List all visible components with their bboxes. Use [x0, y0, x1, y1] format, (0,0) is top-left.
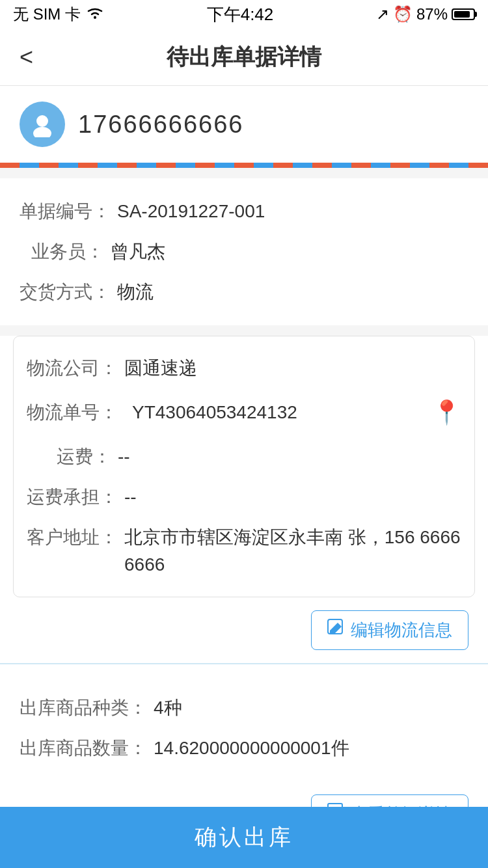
logistics-section: 物流公司： 圆通速递 物流单号： YT43064053424132 📍 运费： …	[0, 336, 488, 847]
logistics-company-label: 物流公司：	[27, 355, 124, 382]
salesperson-label: 业务员：	[20, 238, 111, 265]
confirm-outbound-button[interactable]: 确认出库	[195, 822, 293, 852]
edit-logistics-label: 编辑物流信息	[351, 619, 452, 642]
avatar	[20, 102, 65, 147]
wifi-icon	[86, 5, 104, 23]
product-type-row: 出库商品种类： 4种	[20, 694, 468, 722]
section-divider	[0, 663, 488, 664]
alarm-icon: ⏰	[393, 5, 413, 23]
product-type-label: 出库商品种类：	[20, 694, 154, 722]
page-title: 待出库单据详情	[167, 42, 321, 72]
nav-bar: < 待出库单据详情	[0, 29, 488, 86]
product-quantity-label: 出库商品数量：	[20, 735, 154, 762]
location-status-icon: ↗	[376, 5, 389, 23]
carrier-label: 无 SIM 卡	[13, 4, 81, 25]
status-bar: 无 SIM 卡 下午4:42 ↗ ⏰ 87%	[0, 0, 488, 29]
address-row: 客户地址： 北京市市辖区海淀区永丰南 张，156 6666 6666	[27, 524, 461, 578]
confirm-button-wrap: 确认出库	[0, 807, 488, 868]
tracking-location-icon[interactable]: 📍	[432, 395, 461, 430]
status-left: 无 SIM 卡	[13, 4, 104, 25]
edit-icon	[327, 619, 346, 642]
freight-label: 运费：	[27, 443, 118, 470]
tracking-row: 物流单号： YT43064053424132 📍	[27, 395, 461, 430]
product-quantity-row: 出库商品数量： 14.620000000000001件	[20, 735, 468, 762]
edit-logistics-row: 编辑物流信息	[0, 597, 488, 663]
svg-point-0	[94, 16, 96, 19]
back-button[interactable]: <	[20, 44, 33, 71]
freight-bearer-row: 运费承担： --	[27, 483, 461, 511]
logistics-company-row: 物流公司： 圆通速递	[27, 355, 461, 382]
delivery-method-label: 交货方式：	[20, 278, 117, 306]
freight-bearer-value: --	[124, 483, 461, 511]
basic-info-section: 单据编号： SA-20191227-001 业务员： 曾凡杰 交货方式： 物流	[0, 178, 488, 325]
logistics-company-value: 圆通速递	[124, 355, 461, 382]
battery-percent: 87%	[416, 5, 448, 23]
document-number-value: SA-20191227-001	[117, 198, 468, 225]
dashed-separator	[0, 163, 488, 168]
status-time: 下午4:42	[207, 3, 274, 26]
logistics-inner-card: 物流公司： 圆通速递 物流单号： YT43064053424132 📍 运费： …	[13, 336, 475, 597]
address-label: 客户地址：	[27, 524, 124, 551]
delivery-method-row: 交货方式： 物流	[20, 278, 468, 306]
battery-icon	[452, 8, 475, 20]
product-type-value: 4种	[154, 694, 468, 722]
delivery-method-value: 物流	[117, 278, 468, 306]
svg-point-1	[36, 115, 48, 127]
main-content: 17666666666 单据编号： SA-20191227-001 业务员： 曾…	[0, 86, 488, 868]
edit-logistics-button[interactable]: 编辑物流信息	[311, 610, 468, 650]
freight-row: 运费： --	[27, 443, 461, 470]
freight-value: --	[118, 443, 461, 470]
svg-point-2	[33, 127, 51, 137]
freight-bearer-label: 运费承担：	[27, 483, 124, 511]
status-right: ↗ ⏰ 87%	[376, 5, 475, 23]
document-number-label: 单据编号：	[20, 198, 117, 225]
product-quantity-value: 14.620000000000001件	[154, 735, 468, 762]
tracking-label: 物流单号：	[27, 399, 124, 426]
salesperson-value: 曾凡杰	[111, 238, 468, 265]
document-number-row: 单据编号： SA-20191227-001	[20, 198, 468, 225]
salesperson-row: 业务员： 曾凡杰	[20, 238, 468, 265]
product-summary-section: 出库商品种类： 4种 出库商品数量： 14.620000000000001件	[0, 675, 488, 781]
address-value: 北京市市辖区海淀区永丰南 张，156 6666 6666	[124, 524, 461, 578]
user-header: 17666666666	[0, 86, 488, 163]
user-phone: 17666666666	[78, 111, 243, 139]
tracking-value: YT43064053424132	[132, 399, 424, 426]
